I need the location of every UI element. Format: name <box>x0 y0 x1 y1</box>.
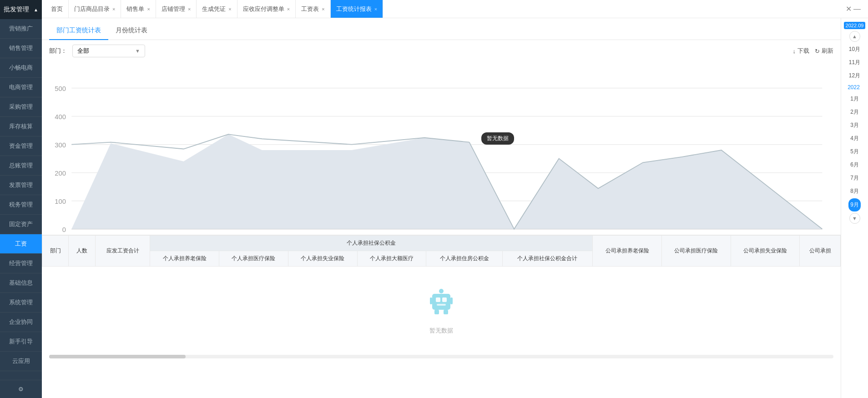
download-label: 下载 <box>797 47 809 55</box>
sidebar-item-采购管理[interactable]: 采购管理 <box>0 97 42 117</box>
th-company-medical: 公司承担医疗保险 <box>661 236 731 267</box>
dropdown-arrow-icon: ▼ <box>135 48 140 54</box>
th-personal-unemployment: 个人承担失业保险 <box>288 251 357 267</box>
download-button[interactable]: ↓ 下载 <box>793 47 810 55</box>
empty-state-text: 暂无数据 <box>429 327 453 335</box>
subtab-部门工资统计表[interactable]: 部门工资统计表 <box>49 24 108 40</box>
sidebar-title: 批发管理 <box>4 5 29 14</box>
sidebar-item-税务管理[interactable]: 税务管理 <box>0 195 42 215</box>
th-personal-medical: 个人承担医疗保险 <box>219 251 288 267</box>
current-date-badge[interactable]: 2022.09 <box>844 22 866 29</box>
timeline-month-10[interactable]: 10月 <box>847 43 863 56</box>
tab-close-btn[interactable]: × <box>147 6 150 12</box>
timeline-month-12[interactable]: 12月 <box>847 69 863 82</box>
th-personal-housing-fund: 个人承担住房公积金 <box>426 251 502 267</box>
svg-rect-15 <box>436 297 440 302</box>
timeline-month-2[interactable]: 2月 <box>847 106 863 119</box>
svg-rect-14 <box>432 294 450 310</box>
sidebar-item-企业协同[interactable]: 企业协同 <box>0 312 42 332</box>
sidebar-item-系统管理[interactable]: 系统管理 <box>0 293 42 312</box>
th-personal-total: 个人承担社保公积金合计 <box>502 251 592 267</box>
svg-rect-21 <box>444 310 448 314</box>
th-company-unemployment: 公司承担失业保险 <box>731 236 800 267</box>
tab-应收应付调整单[interactable]: 应收应付调整单× <box>237 0 296 18</box>
sidebar-item-基础信息[interactable]: 基础信息 <box>0 273 42 293</box>
tab-工资统计报表[interactable]: 工资统计报表× <box>331 0 383 18</box>
svg-text:100: 100 <box>55 198 66 205</box>
department-filter-value: 全部 <box>77 47 89 55</box>
tab-bar: 首页门店商品目录×销售单×店铺管理×生成凭证×应收应付调整单×工资表×工资统计报… <box>42 0 868 18</box>
sidebar-header[interactable]: 批发管理 ▲ <box>0 0 42 19</box>
timeline-month-6[interactable]: 6月 <box>847 158 863 171</box>
tab-close-btn[interactable]: × <box>112 6 115 12</box>
sub-tabs: 部门工资统计表月份统计表 <box>42 18 841 40</box>
th-headcount: 人数 <box>69 236 95 267</box>
sidebar-item-电商管理[interactable]: 电商管理 <box>0 78 42 97</box>
tab-label: 销售单 <box>126 5 144 13</box>
subtab-月份统计表[interactable]: 月份统计表 <box>108 24 155 40</box>
sidebar-item-总账管理[interactable]: 总账管理 <box>0 156 42 176</box>
timeline-month-7[interactable]: 7月 <box>847 171 863 185</box>
sidebar-item-库存核算[interactable]: 库存核算 <box>0 117 42 136</box>
timeline-month-4[interactable]: 4月 <box>847 132 863 145</box>
timeline-up-nav[interactable]: ▲ <box>849 31 860 42</box>
tab-首页[interactable]: 首页 <box>45 0 69 18</box>
timeline-month-8[interactable]: 8月 <box>847 185 863 198</box>
svg-rect-16 <box>442 297 447 302</box>
horizontal-scrollbar[interactable] <box>49 355 833 358</box>
svg-text:400: 400 <box>55 113 66 121</box>
settings-icon: ⚙ <box>18 386 24 393</box>
tab-店铺管理[interactable]: 店铺管理× <box>156 0 197 18</box>
sidebar-item-固定资产[interactable]: 固定资产 <box>0 215 42 234</box>
tab-销售单[interactable]: 销售单× <box>121 0 156 18</box>
timeline-year-2022[interactable]: 2022 <box>847 82 863 92</box>
table-section: 部门 人数 应发工资合计 个人承担社保公积金 公司承担养老保险 公司承担医疗保险… <box>42 235 841 360</box>
sidebar: 批发管理 ▲ 营销推广销售管理小畅电商电商管理采购管理库存核算资金管理总账管理发… <box>0 0 42 398</box>
sidebar-footer-settings[interactable]: ⚙ <box>0 380 42 398</box>
sidebar-item-新手引导[interactable]: 新手引导 <box>0 332 42 352</box>
tab-close-btn[interactable]: × <box>287 6 290 12</box>
sidebar-item-发票管理[interactable]: 发票管理 <box>0 176 42 195</box>
svg-text:300: 300 <box>55 141 66 149</box>
sidebar-item-经营管理[interactable]: 经营管理 <box>0 254 42 273</box>
table-wrapper[interactable]: 部门 人数 应发工资合计 个人承担社保公积金 公司承担养老保险 公司承担医疗保险… <box>42 235 841 267</box>
tab-门店商品目录[interactable]: 门店商品目录× <box>69 0 121 18</box>
timeline-month-9[interactable]: 9月 <box>848 198 861 212</box>
tab-工资表[interactable]: 工资表× <box>296 0 330 18</box>
tab-close-btn[interactable]: × <box>188 6 191 12</box>
refresh-button[interactable]: ↻ 刷新 <box>815 47 833 55</box>
sidebar-item-资金管理[interactable]: 资金管理 <box>0 136 42 156</box>
tab-生成凭证[interactable]: 生成凭证× <box>197 0 237 18</box>
main-area: 首页门店商品目录×销售单×店铺管理×生成凭证×应收应付调整单×工资表×工资统计报… <box>42 0 868 398</box>
th-group-personal: 个人承担社保公积金 <box>150 236 593 251</box>
sidebar-item-销售管理[interactable]: 销售管理 <box>0 39 42 58</box>
close-all-icon: ✕ <box>846 5 852 13</box>
timeline-month-3[interactable]: 3月 <box>847 119 863 132</box>
sidebar-item-小畅电商[interactable]: 小畅电商 <box>0 58 42 78</box>
tab-close-btn[interactable]: × <box>228 6 231 12</box>
timeline-month-5[interactable]: 5月 <box>847 145 863 158</box>
th-company-other: 公司承担 <box>800 236 841 267</box>
department-filter-select[interactable]: 全部 ▼ <box>72 45 145 57</box>
tab-label: 应收应付调整单 <box>243 5 284 13</box>
svg-point-22 <box>439 289 444 293</box>
content-wrapper: 部门工资统计表月份统计表 部门： 全部 ▼ ↓ 下载 <box>42 18 868 398</box>
timeline-month-1[interactable]: 1月 <box>847 92 863 106</box>
scrollbar-thumb[interactable] <box>49 355 186 358</box>
toolbar: 部门： 全部 ▼ ↓ 下载 ↻ 刷新 <box>42 40 841 62</box>
tab-close-btn[interactable]: × <box>322 6 324 12</box>
timeline-month-11[interactable]: 11月 <box>847 56 863 69</box>
tab-bar-close-all[interactable]: ✕ — <box>842 5 864 13</box>
timeline-down-nav[interactable]: ▼ <box>849 213 860 224</box>
sidebar-item-营销推广[interactable]: 营销推广 <box>0 19 42 39</box>
th-total-salary: 应发工资合计 <box>95 236 150 267</box>
page-content: 部门工资统计表月份统计表 部门： 全部 ▼ ↓ 下载 <box>42 18 841 398</box>
department-filter-label: 部门： <box>49 47 67 55</box>
th-company-pension: 公司承担养老保险 <box>593 236 662 267</box>
svg-text:200: 200 <box>55 170 66 177</box>
tab-close-btn[interactable]: × <box>374 6 377 12</box>
th-department: 部门 <box>42 236 69 267</box>
th-personal-pension: 个人承担养老保险 <box>150 251 219 267</box>
sidebar-item-云应用[interactable]: 云应用 <box>0 352 42 371</box>
sidebar-item-工资[interactable]: 工资 <box>0 234 42 254</box>
